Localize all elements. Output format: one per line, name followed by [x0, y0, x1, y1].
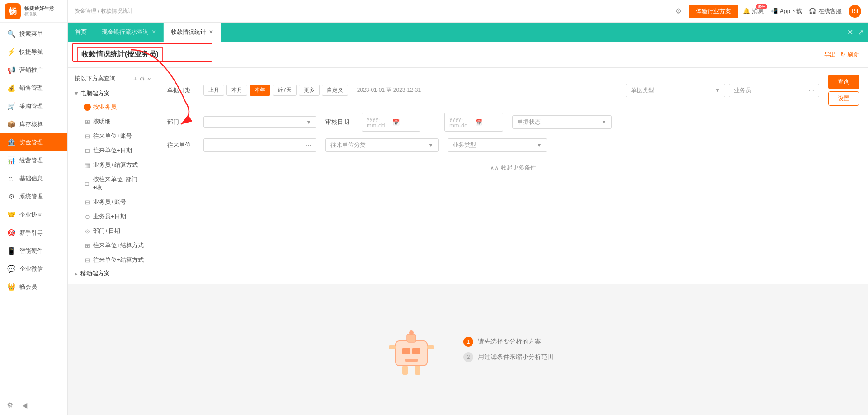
sidebar-label-smarthw: 智能硬件: [19, 247, 43, 255]
salesperson-select[interactable]: 业务员 ···: [729, 84, 819, 97]
scheme-icon-dept-date: ⊙: [84, 227, 91, 235]
user-avatar[interactable]: Rit: [849, 5, 861, 18]
scheme-settings-icon[interactable]: ⚙: [139, 75, 145, 82]
page-header: 收款情况统计(按业务员) ↑ 导出 ↻ 刷新: [68, 42, 868, 68]
sidebar-item-system[interactable]: ⚙ 系统管理: [0, 188, 67, 206]
tab-receipt[interactable]: 收款情况统计 ✕: [164, 23, 221, 42]
footer-settings-icon[interactable]: ⚙: [5, 400, 15, 410]
tab-close-icon[interactable]: ✕: [847, 28, 853, 37]
refresh-label: 刷新: [847, 51, 859, 59]
marketing-icon: 📢: [7, 66, 16, 75]
collapse-button[interactable]: ∧∧ 收起更多条件: [167, 159, 859, 176]
sidebar-item-search[interactable]: 🔍 搜索菜单: [0, 25, 67, 43]
scheme-item-label-dept-date: 部门+日期: [93, 227, 120, 235]
refresh-icon: ↻: [840, 51, 845, 58]
app-download-button[interactable]: 📲 App下载: [770, 7, 802, 15]
logo-badge: 标准版: [24, 11, 54, 17]
review-date-to[interactable]: yyyy-mm-dd 📅: [444, 113, 503, 132]
query-button[interactable]: 查询: [828, 75, 859, 89]
sidebar-item-sales[interactable]: 💰 销售管理: [0, 79, 67, 97]
scheme-add-icon[interactable]: +: [133, 75, 137, 82]
scheme-collapse-icon[interactable]: «: [147, 75, 151, 82]
sidebar-item-quicknav[interactable]: ⚡ 快捷导航: [0, 43, 67, 61]
scheme-item-salesperson-settlement[interactable]: ▦ 业务员+结算方式: [68, 158, 158, 172]
sidebar-item-finance[interactable]: 🏦 资金管理: [0, 133, 67, 151]
business-type-select[interactable]: 业务类型 ▼: [448, 138, 547, 152]
sidebar-item-member[interactable]: 👑 畅会员: [0, 278, 67, 296]
review-date-from-placeholder: yyyy-mm-dd: [367, 115, 390, 129]
scheme-icon-cs2: ⊟: [84, 256, 91, 264]
counterpart-select[interactable]: ···: [203, 138, 316, 152]
step-1-label: 请先选择要分析的方案: [478, 338, 541, 346]
scheme-item-dept-date[interactable]: ⊙ 部门+日期: [68, 224, 158, 238]
department-select[interactable]: ▼: [203, 116, 316, 128]
date-tab-this-month[interactable]: 本月: [226, 85, 247, 96]
scheme-item-salesperson-account[interactable]: ⊟ 业务员+账号: [68, 195, 158, 209]
scheme-item-counterpart-settlement2[interactable]: ⊟ 往来单位+结算方式: [68, 253, 158, 267]
sidebar-item-inventory[interactable]: 📦 库存核算: [0, 115, 67, 133]
tab-receipt-label: 收款情况统计: [171, 28, 206, 36]
tab-maximize-icon[interactable]: ⤢: [858, 28, 863, 37]
settings-button[interactable]: ⚙: [675, 7, 682, 15]
review-date-from[interactable]: yyyy-mm-dd 📅: [362, 113, 420, 132]
logo-name: 畅捷通好生意: [24, 5, 54, 11]
tab-bank[interactable]: 现金银行流水查询 ✕: [94, 23, 164, 42]
business-type-arrow: ▼: [537, 142, 542, 148]
robot-svg: [382, 323, 441, 382]
scheme-icon-cs1: ⊞: [84, 242, 91, 249]
voucher-status-select[interactable]: 单据状态 ▼: [512, 115, 612, 129]
sidebar-label-member: 畅会员: [19, 283, 37, 291]
scheme-item-by-detail[interactable]: ⊞ 按明细: [68, 114, 158, 129]
tab-bank-label: 现金银行流水查询: [102, 28, 149, 36]
date-tab-more[interactable]: 更多: [299, 85, 320, 96]
sidebar-item-enterprise[interactable]: 🤝 企业协同: [0, 206, 67, 224]
tab-home[interactable]: 首页: [68, 23, 94, 42]
date-tab-custom[interactable]: 自定义: [322, 85, 348, 96]
date-tab-last-month[interactable]: 上月: [203, 85, 224, 96]
tab-bank-close[interactable]: ✕: [151, 29, 156, 35]
date-tab-this-year[interactable]: 本年: [250, 85, 270, 96]
sidebar-item-basicinfo[interactable]: 🗂 基础信息: [0, 170, 67, 188]
download-icon: 📲: [770, 8, 778, 14]
export-button[interactable]: ↑ 导出: [820, 51, 836, 59]
scheme-item-counterpart-date[interactable]: ⊟ 往来单位+日期: [68, 143, 158, 158]
sidebar-label-quicknav: 快捷导航: [19, 48, 43, 56]
svg-rect-1: [402, 348, 410, 354]
counterpart-category-arrow: ▼: [428, 142, 434, 148]
sidebar-item-purchase[interactable]: 🛒 采购管理: [0, 97, 67, 115]
trial-button[interactable]: 体验行业方案: [689, 5, 738, 18]
counterpart-category-select[interactable]: 往来单位分类 ▼: [326, 138, 439, 152]
sidebar-item-smarthw[interactable]: 📱 智能硬件: [0, 242, 67, 260]
footer-collapse-icon[interactable]: ◀: [19, 400, 30, 410]
scheme-item-counterpart-settlement1[interactable]: ⊞ 往来单位+结算方式: [68, 238, 158, 253]
sidebar-item-marketing[interactable]: 📢 营销推广: [0, 61, 67, 79]
sidebar-item-guide[interactable]: 🎯 新手引导: [0, 224, 67, 242]
filter-row-counterpart: 往来单位 ··· 往来单位分类 ▼ 业务类型 ▼: [167, 138, 859, 152]
scheme-icon-counterpart-dept: ⊟: [84, 180, 91, 187]
scheme-category-pc[interactable]: ▶ 电脑端方案: [68, 87, 158, 100]
empty-step-1: 1 请先选择要分析的方案: [463, 337, 554, 347]
svg-point-5: [409, 330, 414, 335]
scheme-item-by-salesperson[interactable]: 按业务员: [68, 100, 158, 114]
notification-button[interactable]: 🔔 消息 99+: [743, 7, 764, 15]
guide-icon: 🎯: [7, 228, 16, 237]
online-service-button[interactable]: 🎧 在线客服: [809, 7, 842, 15]
voucher-type-select[interactable]: 单据类型 ▼: [626, 84, 725, 97]
sidebar-item-operations[interactable]: 📊 经营管理: [0, 151, 67, 170]
tab-receipt-close[interactable]: ✕: [209, 29, 213, 35]
settings-button-filter[interactable]: 设置: [828, 91, 859, 106]
scheme-item-counterpart-account[interactable]: ⊟ 往来单位+账号: [68, 129, 158, 143]
scheme-item-salesperson-date[interactable]: ⊙ 业务员+日期: [68, 209, 158, 224]
scheme-icon-counterpart-date: ⊟: [84, 147, 91, 154]
member-icon: 👑: [7, 283, 16, 292]
sidebar-item-wechat[interactable]: 💬 企业微信: [0, 260, 67, 278]
tab-bar: 首页 现金银行流水查询 ✕ 收款情况统计 ✕ ✕ ⤢: [68, 23, 868, 42]
scheme-category-mobile[interactable]: ▶ 移动端方案: [68, 267, 158, 280]
search-icon: 🔍: [7, 29, 16, 38]
scheme-item-counterpart-dept[interactable]: ⊟ 按往来单位+部门+收...: [68, 172, 158, 195]
refresh-button[interactable]: ↻ 刷新: [840, 51, 859, 59]
sidebar: 畅 畅捷通好生意 标准版 🔍 搜索菜单 ⚡ 快捷导航 📢 营销推广 💰 销售管理: [0, 0, 68, 415]
scheme-item-label-salesperson-date: 业务员+日期: [93, 212, 126, 221]
page-content: 收款情况统计(按业务员) ↑ 导出 ↻ 刷新 按以下方: [68, 42, 868, 415]
date-tab-last7[interactable]: 近7天: [273, 85, 297, 96]
